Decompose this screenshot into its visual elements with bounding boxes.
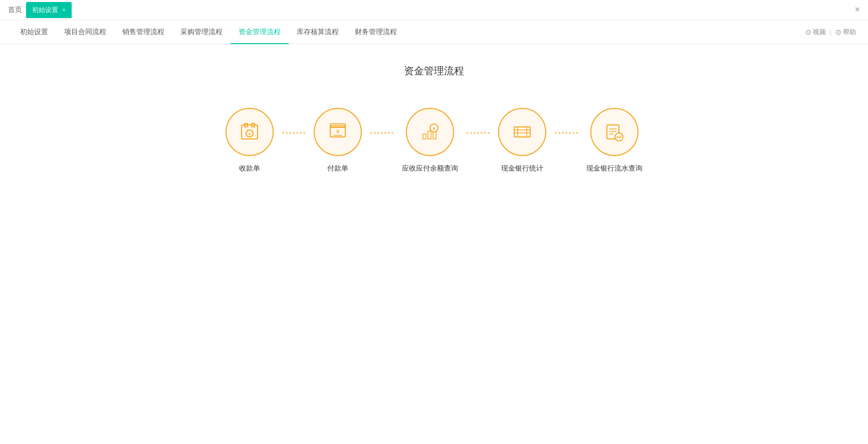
process-item-receipt[interactable]: ¥ 收款单 xyxy=(226,108,274,173)
svg-rect-14 xyxy=(514,127,530,137)
cashbank-svg-icon xyxy=(510,120,534,144)
active-tab-label: 初始设置 xyxy=(32,6,58,15)
process-flow: ¥ 收款单 ¥ 付款单 xyxy=(133,108,735,173)
top-bar: 首页 初始设置 × × xyxy=(0,0,868,20)
payment-svg-icon: ¥ xyxy=(326,120,350,144)
connector-3 xyxy=(458,132,498,149)
nav-item-initial[interactable]: 初始设置 xyxy=(12,20,56,44)
svg-text:¥: ¥ xyxy=(336,128,340,134)
home-tab[interactable]: 首页 xyxy=(8,6,22,15)
nav-item-project[interactable]: 项目合同流程 xyxy=(56,20,114,44)
svg-text:+: + xyxy=(621,132,623,135)
connector-2 xyxy=(362,132,402,149)
balance-svg-icon: ¥ xyxy=(418,120,442,144)
process-item-statement[interactable]: + 现金银行流水查询 xyxy=(586,108,642,173)
payment-label: 付款单 xyxy=(327,164,348,173)
page-title: 资金管理流程 xyxy=(404,64,464,78)
receipt-icon-circle: ¥ xyxy=(226,108,274,156)
nav-item-inventory[interactable]: 库存核算流程 xyxy=(289,20,347,44)
balance-label: 应收应付余额查询 xyxy=(402,164,458,173)
video-circle-icon: ⊙ xyxy=(805,28,811,36)
nav-item-sales[interactable]: 销售管理流程 xyxy=(114,20,172,44)
video-link[interactable]: ⊙ 视频 xyxy=(805,28,826,37)
receipt-svg-icon: ¥ xyxy=(238,120,262,144)
help-circle-icon: ⊙ xyxy=(835,28,841,36)
main-content: 资金管理流程 ¥ 收款单 xyxy=(0,44,868,193)
svg-rect-10 xyxy=(428,131,431,139)
svg-text:¥: ¥ xyxy=(432,126,436,131)
process-item-balance[interactable]: ¥ 应收应付余额查询 xyxy=(402,108,458,173)
nav-bar: 初始设置 项目合同流程 销售管理流程 采购管理流程 资金管理流程 库存核算流程 … xyxy=(0,20,868,44)
payment-icon-circle: ¥ xyxy=(314,108,362,156)
svg-text:¥: ¥ xyxy=(248,131,251,136)
nav-right-actions: ⊙ 视频 | ⊙ 帮助 xyxy=(805,28,856,37)
nav-item-finance[interactable]: 财务管理流程 xyxy=(347,20,405,44)
statement-svg-icon: + xyxy=(602,120,626,144)
cashbank-icon-circle xyxy=(498,108,546,156)
connector-1 xyxy=(274,132,314,149)
balance-icon-circle: ¥ xyxy=(406,108,454,156)
cashbank-label: 现金银行统计 xyxy=(501,164,543,173)
help-link[interactable]: ⊙ 帮助 xyxy=(835,28,856,37)
connector-4 xyxy=(546,132,586,149)
statement-icon-circle: + xyxy=(590,108,638,156)
window-close-button[interactable]: × xyxy=(854,5,860,15)
active-tab[interactable]: 初始设置 × xyxy=(26,2,72,18)
svg-rect-9 xyxy=(423,134,426,139)
nav-item-purchase[interactable]: 采购管理流程 xyxy=(172,20,231,44)
process-item-cashbank[interactable]: 现金银行统计 xyxy=(498,108,546,173)
process-item-payment[interactable]: ¥ 付款单 xyxy=(314,108,362,173)
tab-close-button[interactable]: × xyxy=(62,7,66,14)
statement-label: 现金银行流水查询 xyxy=(586,164,642,173)
nav-item-capital[interactable]: 资金管理流程 xyxy=(231,20,289,44)
receipt-label: 收款单 xyxy=(239,164,260,173)
